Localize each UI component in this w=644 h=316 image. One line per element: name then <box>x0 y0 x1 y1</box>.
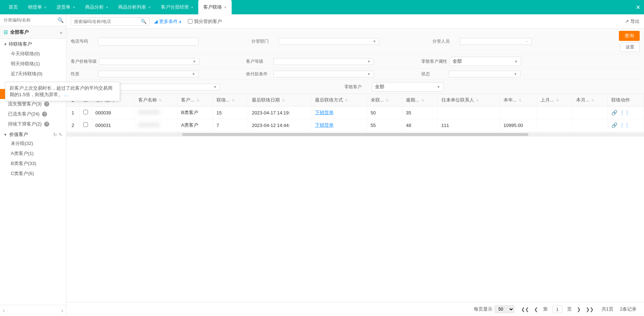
main-search-icon[interactable]: 🔍 <box>141 19 147 24</box>
close-customer-tier-tab[interactable]: × <box>191 5 193 9</box>
nav-tab-product-list[interactable]: 商品分析列表 × <box>113 0 156 14</box>
search-box: 🔍 <box>71 17 150 25</box>
continuous-down-help-icon[interactable]: ? <box>44 122 49 127</box>
sidebar-collapse-btn[interactable]: « <box>60 30 62 35</box>
phone-input[interactable] <box>98 38 199 46</box>
row2-link-icon[interactable]: 🔗 <box>611 122 617 128</box>
sort-last-month-icon[interactable]: ⇅ <box>556 98 559 102</box>
lost-customers-help-icon[interactable]: ? <box>42 112 47 117</box>
status-select[interactable]: ▼ <box>449 71 520 77</box>
close-sales-tab[interactable]: × <box>44 5 46 9</box>
person-select[interactable]: ··· <box>460 38 532 45</box>
per-page-select[interactable]: 50 100 200 <box>495 305 514 313</box>
sidebar-item-lost-customers[interactable]: 已流失客户(24) ? <box>0 109 66 119</box>
sort-uncontact-icon[interactable]: ⇅ <box>386 98 389 102</box>
sidebar-search-icon[interactable]: 🔍 <box>57 17 64 23</box>
sidebar-item-continuous-down[interactable]: 持续下滑客户(2) ? <box>0 119 66 129</box>
nav-tab-customer-contact[interactable]: 客户联络 × <box>198 0 231 14</box>
col-customer-name[interactable]: 客户名称 ⇅ <box>134 94 177 107</box>
row1-last-method[interactable]: 下销货单 <box>311 107 367 119</box>
row1-link-icon[interactable]: 🔗 <box>611 110 617 115</box>
current-page-input[interactable]: 1 <box>552 306 562 313</box>
customer-level-select[interactable]: ▼ <box>273 58 374 65</box>
row2-checkbox-cell[interactable] <box>79 119 92 132</box>
row1-checkbox-cell[interactable] <box>79 107 92 119</box>
sidebar-next-icon[interactable]: › <box>61 307 63 314</box>
price-level-select[interactable]: ▼ <box>99 58 199 65</box>
tooltip-dots[interactable]: ... <box>64 92 66 97</box>
row1-name[interactable] <box>134 107 177 119</box>
sidebar-item-tomorrow[interactable]: 明天待联络(1) <box>3 59 66 69</box>
nav-tab-sales[interactable]: 销货单 × <box>23 0 51 14</box>
customer-type-select[interactable]: ▼ <box>120 84 220 90</box>
col-overdue[interactable]: 逾期... ⇅ <box>402 94 437 107</box>
col-last-month[interactable]: 上月... ⇅ <box>537 94 572 107</box>
value-customer-refresh-icon[interactable]: ↻ <box>53 132 57 137</box>
close-product-analysis-tab[interactable]: × <box>106 5 108 9</box>
col-this-month[interactable]: 本月... ⇅ <box>572 94 607 107</box>
sidebar-all-customers-header[interactable]: ☷ 全部客户 « <box>0 26 66 39</box>
sort-overdue-icon[interactable]: ⇅ <box>421 98 424 102</box>
my-customer-checkbox[interactable] <box>188 19 193 24</box>
sort-this-month-icon[interactable]: ⇅ <box>591 98 594 102</box>
nav-tab-customer-tier[interactable]: 客户分层经营 × <box>156 0 198 14</box>
sidebar-item-7days[interactable]: 近7天待联络(0) <box>3 69 66 79</box>
horizontal-scrollbar[interactable] <box>66 132 644 137</box>
close-all-tabs[interactable]: ✕ <box>636 4 640 11</box>
filter-more-btn[interactable]: ◢ 更多条件 ▲ <box>154 18 182 25</box>
gender-select[interactable]: ▼ <box>98 71 199 77</box>
col-uncontact[interactable]: 未联... ⇅ <box>367 94 402 107</box>
col-last-date[interactable]: 最后联络日期 ⇅ <box>248 94 311 107</box>
row2-last-method[interactable]: 下销货单 <box>311 119 367 132</box>
loss-warning-help-icon[interactable]: ? <box>44 102 49 107</box>
row2-checkbox[interactable] <box>83 122 88 127</box>
sort-contact-icon[interactable]: ⇅ <box>232 98 235 102</box>
sidebar-item-ungrouped[interactable]: 未分组(32) <box>3 138 66 148</box>
close-customer-contact-tab[interactable]: × <box>224 5 226 9</box>
value-customer-edit-icon[interactable]: ✎ <box>59 132 62 137</box>
first-page-btn[interactable]: ❮❮ <box>519 306 531 313</box>
filter-dept-cell: 分管部门 ▼ <box>251 38 432 45</box>
sidebar-item-b-class[interactable]: B类客户(33) <box>3 159 66 169</box>
retail-customer-select[interactable]: 全部 ▼ <box>372 82 444 91</box>
payment-select[interactable]: ▼ <box>273 71 374 77</box>
prev-page-btn[interactable]: ❮ <box>532 306 540 313</box>
nav-tab-product-analysis[interactable]: 商品分析 × <box>80 0 113 14</box>
col-contact-count[interactable]: 联络... ⇅ <box>213 94 248 107</box>
row2-more-icon[interactable]: ⋮⋮ <box>620 122 630 128</box>
row1-checkbox[interactable] <box>83 110 88 114</box>
close-purchase-tab[interactable]: × <box>73 5 75 9</box>
sort-name-icon[interactable]: ⇅ <box>159 98 162 102</box>
last-page-btn[interactable]: ❯❯ <box>584 306 596 313</box>
nav-tab-purchase[interactable]: 进货单 × <box>51 0 80 14</box>
sidebar-item-today[interactable]: 今天待联络(0) <box>3 49 66 59</box>
sort-related-icon[interactable]: ⇅ <box>476 98 479 102</box>
sidebar-item-a-class[interactable]: A类客户(1) <box>3 148 66 159</box>
sort-year-icon[interactable]: ⇅ <box>519 98 522 102</box>
export-btn[interactable]: ↗ 导出 <box>625 18 640 25</box>
setting-button[interactable]: 设置 <box>620 42 640 52</box>
sort-type-icon[interactable]: ⇅ <box>196 98 199 102</box>
query-button[interactable]: 查询 <box>619 31 640 41</box>
sidebar-item-c-class[interactable]: C类客户(6) <box>3 169 66 179</box>
row2-name[interactable] <box>134 119 177 132</box>
sort-date-icon[interactable]: ⇅ <box>282 98 285 102</box>
row1-more-icon[interactable]: ⋮⋮ <box>620 110 630 115</box>
sidebar-search-input[interactable] <box>4 18 57 23</box>
sidebar-pending-contact-section[interactable]: ▼ 待联络客户 <box>0 39 66 49</box>
sort-method-icon[interactable]: ⇅ <box>345 98 348 102</box>
retail-attr-select[interactable]: 全部 ▼ <box>449 57 521 66</box>
scrollbar-thumb[interactable] <box>182 133 529 136</box>
nav-tab-home[interactable]: 首页 <box>4 0 23 14</box>
col-last-method[interactable]: 最后联络方式 ⇅ <box>311 94 367 107</box>
col-year-amount[interactable]: 本年... ⇅ <box>500 94 537 107</box>
dept-select[interactable]: ▼ <box>279 38 379 45</box>
col-related-person[interactable]: 往来单位联系人 ⇅ <box>437 94 500 107</box>
col-customer-type[interactable]: 客户... ⇅ <box>177 94 213 107</box>
my-customer-filter[interactable]: 我分管的客户 <box>188 18 222 25</box>
sidebar-prev-icon[interactable]: ‹ <box>3 307 5 314</box>
main-search-input[interactable] <box>74 19 139 24</box>
next-page-btn[interactable]: ❯ <box>575 306 583 313</box>
close-product-list-tab[interactable]: × <box>148 5 150 9</box>
col-action[interactable]: 联络动作 <box>608 94 644 107</box>
